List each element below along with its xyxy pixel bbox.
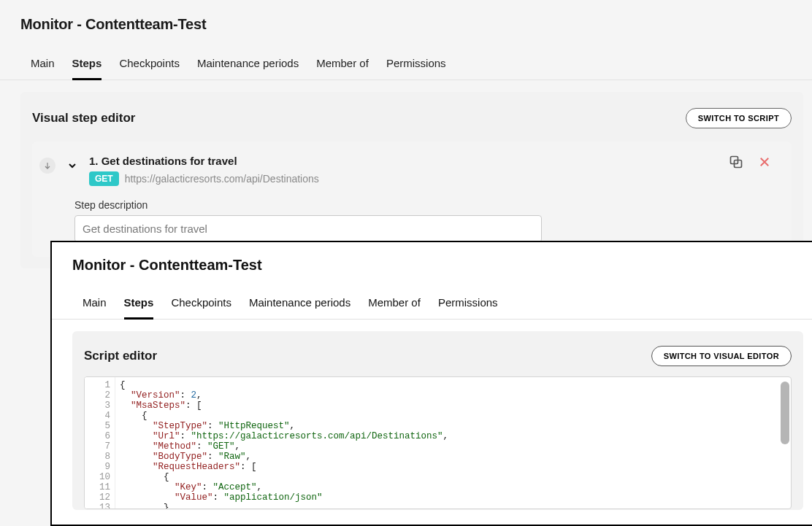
tab-maintenance-periods[interactable]: Maintenance periods [249,296,351,320]
tab-permissions[interactable]: Permissions [386,57,446,80]
section-title: Script editor [84,349,157,363]
http-method-badge: GET [89,171,119,186]
code-line: "BodyType": "Raw", [120,452,791,462]
code-line: { [120,472,791,482]
code-line: "StepType": "HttpRequest", [120,421,791,431]
close-icon [758,155,771,169]
step-url: https://galacticresorts.com/api/Destinat… [125,173,319,185]
duplicate-step-button[interactable] [729,155,743,169]
step-description-label: Step description [74,199,777,211]
code-line: "Value": "application/json" [120,492,791,503]
code-line: "MsaSteps": [ [120,401,791,411]
arrow-down-icon [43,161,52,170]
copy-icon [729,155,743,169]
switch-to-visual-button[interactable]: SWITCH TO VISUAL EDITOR [651,346,792,366]
script-editor-window: Monitor - Contentteam-Test Main Steps Ch… [50,241,812,526]
collapse-toggle[interactable] [63,156,82,175]
delete-step-button[interactable] [758,155,771,169]
code-line: "Key": "Accept", [120,482,791,492]
reorder-handle[interactable] [39,158,55,174]
tabs-bar: Main Steps Checkpoints Maintenance perio… [0,56,812,80]
tab-member-of[interactable]: Member of [368,296,421,320]
code-line: { [120,380,791,390]
tab-checkpoints[interactable]: Checkpoints [171,296,231,320]
tab-member-of[interactable]: Member of [316,57,369,80]
tab-checkpoints[interactable]: Checkpoints [119,57,180,80]
code-content[interactable]: { "Version": 2, "MsaSteps": [ { "StepTyp… [115,377,791,508]
section-title: Visual step editor [32,111,135,125]
tab-permissions[interactable]: Permissions [438,296,498,320]
page-title: Monitor - Contentteam-Test [0,0,812,33]
tab-main[interactable]: Main [31,57,55,80]
chevron-down-icon [66,160,78,171]
code-line: "Url": "https://galacticresorts.com/api/… [120,431,791,441]
tabs-bar: Main Steps Checkpoints Maintenance perio… [52,295,812,320]
code-line: "Method": "GET", [120,441,791,452]
scrollbar-thumb[interactable] [781,382,789,444]
tab-steps[interactable]: Steps [72,57,102,80]
step-description-input[interactable] [74,215,542,242]
code-editor[interactable]: 1234567891011121314 { "Version": 2, "Msa… [84,376,792,509]
code-line: } [120,503,791,509]
tab-main[interactable]: Main [83,296,107,320]
tab-steps[interactable]: Steps [124,296,154,320]
scrollbar-track [781,382,789,504]
step-card: 1. Get destinations for travel GET https… [32,142,792,257]
switch-to-script-button[interactable]: SWITCH TO SCRIPT [686,108,792,128]
code-line: "Version": 2, [120,390,791,401]
tab-maintenance-periods[interactable]: Maintenance periods [197,57,299,80]
code-line: "RequestHeaders": [ [120,462,791,472]
script-editor-panel: Script editor SWITCH TO VISUAL EDITOR 12… [72,331,803,510]
line-number-gutter: 1234567891011121314 [85,377,115,508]
code-line: { [120,411,791,421]
step-title: 1. Get destinations for travel [89,155,721,167]
page-title: Monitor - Contentteam-Test [52,242,812,274]
